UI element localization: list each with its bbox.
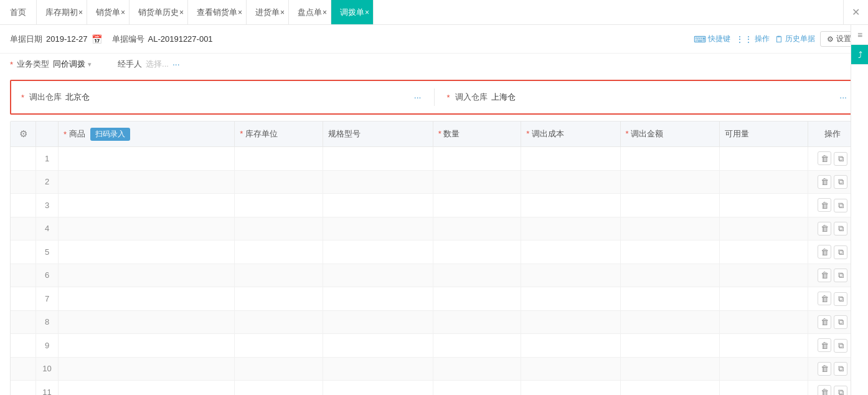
row-spec-cell[interactable] (323, 170, 433, 194)
copy-icon[interactable]: ⧉ (834, 199, 847, 212)
delete-icon[interactable]: 🗑 (818, 151, 831, 165)
tab-sales-history[interactable]: 销货单历史 × (130, 0, 188, 24)
copy-icon[interactable]: ⧉ (834, 152, 847, 166)
row-amount-cell[interactable] (620, 240, 719, 264)
tab-home[interactable]: 首页 (0, 0, 37, 24)
handler-more-button[interactable]: ··· (172, 59, 180, 69)
row-available-cell[interactable] (719, 357, 808, 381)
row-unit-cell[interactable] (235, 310, 323, 334)
row-goods-cell[interactable] (59, 334, 235, 358)
row-cost-cell[interactable] (521, 170, 620, 194)
delete-icon[interactable]: 🗑 (818, 292, 831, 305)
sidebar-export-icon[interactable]: ⤴ (851, 45, 868, 65)
row-goods-cell[interactable] (59, 381, 235, 396)
row-qty-cell[interactable] (433, 240, 521, 264)
row-available-cell[interactable] (719, 170, 808, 194)
row-cost-cell[interactable] (521, 194, 620, 217)
row-cost-cell[interactable] (521, 334, 620, 358)
row-amount-cell[interactable] (620, 334, 719, 358)
copy-icon[interactable]: ⧉ (834, 362, 847, 376)
row-unit-cell[interactable] (235, 194, 323, 217)
row-goods-cell[interactable] (59, 264, 235, 287)
handler-placeholder[interactable]: 选择... (146, 59, 169, 70)
delete-icon[interactable]: 🗑 (818, 222, 831, 236)
row-amount-cell[interactable] (620, 147, 719, 171)
row-cost-cell[interactable] (521, 310, 620, 334)
tab-inventory-init[interactable]: 库存期初 × (37, 0, 87, 24)
tab-sales-order[interactable]: 销货单 × (87, 0, 130, 24)
delete-icon[interactable]: 🗑 (818, 385, 831, 395)
row-spec-cell[interactable] (323, 147, 433, 171)
copy-icon[interactable]: ⧉ (834, 292, 847, 306)
delete-icon[interactable]: 🗑 (818, 198, 831, 212)
row-available-cell[interactable] (719, 240, 808, 264)
window-close-button[interactable]: ✕ (843, 0, 868, 25)
row-cost-cell[interactable] (521, 287, 620, 311)
delete-icon[interactable]: 🗑 (818, 315, 831, 329)
row-unit-cell[interactable] (235, 381, 323, 396)
row-cost-cell[interactable] (521, 264, 620, 287)
tab-sales-history-close[interactable]: × (179, 8, 184, 17)
tab-purchase-order-close[interactable]: × (280, 8, 285, 17)
row-goods-cell[interactable] (59, 310, 235, 334)
scan-input-button[interactable]: 扫码录入 (90, 128, 130, 141)
delete-icon[interactable]: 🗑 (818, 269, 831, 282)
copy-icon[interactable]: ⧉ (834, 245, 847, 259)
warehouse-out-value[interactable]: 北京仓 (65, 92, 405, 103)
row-qty-cell[interactable] (433, 217, 521, 240)
row-unit-cell[interactable] (235, 240, 323, 264)
row-spec-cell[interactable] (323, 240, 433, 264)
row-amount-cell[interactable] (620, 170, 719, 194)
tab-sales-order-close[interactable]: × (121, 8, 125, 17)
copy-icon[interactable]: ⧉ (834, 175, 847, 189)
copy-icon[interactable]: ⧉ (834, 269, 847, 282)
row-cost-cell[interactable] (521, 357, 620, 381)
row-unit-cell[interactable] (235, 217, 323, 240)
table-settings-gear-icon[interactable]: ⚙ (16, 126, 31, 141)
row-spec-cell[interactable] (323, 194, 433, 217)
tab-inventory-count-close[interactable]: × (323, 8, 327, 17)
row-qty-cell[interactable] (433, 147, 521, 171)
row-cost-cell[interactable] (521, 217, 620, 240)
row-goods-cell[interactable] (59, 357, 235, 381)
row-qty-cell[interactable] (433, 287, 521, 311)
row-available-cell[interactable] (719, 217, 808, 240)
row-available-cell[interactable] (719, 334, 808, 358)
row-amount-cell[interactable] (620, 194, 719, 217)
row-available-cell[interactable] (719, 310, 808, 334)
row-unit-cell[interactable] (235, 287, 323, 311)
shortcuts-button[interactable]: ⌨ 快捷键 (694, 34, 730, 44)
row-qty-cell[interactable] (433, 310, 521, 334)
tab-transfer-order[interactable]: 调拨单 × (331, 0, 374, 24)
warehouse-in-value[interactable]: 上海仓 (491, 92, 831, 103)
row-unit-cell[interactable] (235, 170, 323, 194)
row-qty-cell[interactable] (433, 381, 521, 396)
row-spec-cell[interactable] (323, 357, 433, 381)
sidebar-list-icon[interactable]: ≡ (851, 25, 868, 45)
row-cost-cell[interactable] (521, 240, 620, 264)
tab-view-sales-close[interactable]: × (238, 8, 242, 17)
row-amount-cell[interactable] (620, 264, 719, 287)
row-qty-cell[interactable] (433, 357, 521, 381)
row-available-cell[interactable] (719, 264, 808, 287)
row-unit-cell[interactable] (235, 357, 323, 381)
row-spec-cell[interactable] (323, 310, 433, 334)
row-goods-cell[interactable] (59, 240, 235, 264)
tab-transfer-order-close[interactable]: × (365, 8, 369, 17)
row-qty-cell[interactable] (433, 264, 521, 287)
row-spec-cell[interactable] (323, 287, 433, 311)
row-unit-cell[interactable] (235, 264, 323, 287)
row-qty-cell[interactable] (433, 194, 521, 217)
row-qty-cell[interactable] (433, 334, 521, 358)
calendar-icon[interactable]: 📅 (92, 34, 102, 44)
row-unit-cell[interactable] (235, 147, 323, 171)
tab-inventory-init-close[interactable]: × (78, 8, 83, 17)
row-spec-cell[interactable] (323, 381, 433, 396)
history-button[interactable]: 🗒 历史单据 (775, 34, 815, 44)
copy-icon[interactable]: ⧉ (834, 222, 847, 236)
warehouse-out-more-button[interactable]: ··· (414, 92, 422, 102)
row-spec-cell[interactable] (323, 217, 433, 240)
row-cost-cell[interactable] (521, 147, 620, 171)
row-goods-cell[interactable] (59, 217, 235, 240)
row-goods-cell[interactable] (59, 147, 235, 171)
